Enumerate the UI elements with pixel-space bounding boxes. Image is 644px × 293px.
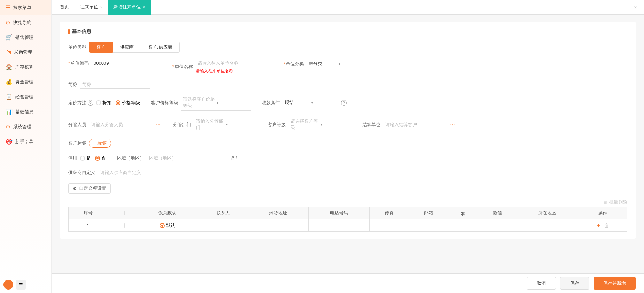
pricing-discount-radio[interactable]: 折扣 bbox=[96, 100, 111, 106]
sidebar-item-label: 资金管理 bbox=[15, 79, 33, 85]
sidebar-item-system[interactable]: ⚙ 系统管理 bbox=[0, 119, 51, 134]
add-tag-button[interactable]: + 标签 bbox=[89, 139, 111, 148]
unit-code-input[interactable] bbox=[92, 59, 161, 67]
sidebar-item-purchase[interactable]: 🛍 采购管理 bbox=[0, 45, 51, 59]
payment-terms-dropdown[interactable]: 现结 ▾ bbox=[283, 98, 338, 107]
unit-category-dropdown[interactable]: 未分类 ▾ bbox=[307, 59, 369, 68]
sidebar-item-label: 基础信息 bbox=[15, 109, 33, 115]
form-content: 基本信息 单位类型 客户 供应商 客户/供应商 *单位编码 bbox=[52, 15, 644, 273]
save-and-new-button[interactable]: 保存并新增 bbox=[594, 277, 636, 290]
sidebar-item-finance[interactable]: 💰 资金管理 bbox=[0, 74, 51, 89]
manager-field: 分管人员 ··· bbox=[68, 121, 162, 129]
region-label: 区域（地区） bbox=[117, 155, 144, 161]
customer-price-level-dropdown[interactable]: 请选择客户价格等级 ▾ bbox=[181, 95, 251, 111]
disabled-region-row: 停用 是 否 区 bbox=[68, 154, 627, 162]
close-new-partner-tab[interactable]: × bbox=[143, 5, 145, 9]
remark-label: 备注 bbox=[231, 155, 240, 161]
payment-terms-label: 收款条件 bbox=[262, 100, 280, 106]
settlement-input[interactable] bbox=[383, 121, 446, 129]
sidebar-item-operation[interactable]: 📋 经营管理 bbox=[0, 89, 51, 104]
add-row-button[interactable]: ＋ bbox=[596, 222, 601, 229]
col-phone: 电话号码 bbox=[309, 207, 370, 219]
row-checkbox[interactable] bbox=[120, 223, 125, 228]
custom-settings-button[interactable]: ⚙ 自定义项设置 bbox=[68, 183, 111, 194]
unit-name-input[interactable] bbox=[196, 59, 272, 67]
col-actions: 操作 bbox=[578, 207, 627, 219]
short-name-input[interactable] bbox=[80, 80, 150, 89]
radio-circle-default bbox=[160, 223, 165, 228]
tab-new-partner[interactable]: 新增往来单位 × bbox=[108, 0, 150, 15]
dept-label: 分管部门 bbox=[173, 122, 191, 128]
row-ops: ＋ 🗑 bbox=[578, 219, 627, 232]
dept-dropdown[interactable]: 请输入分管部门 ▾ bbox=[194, 117, 257, 132]
unit-type-both-btn[interactable]: 客户/供应商 bbox=[141, 42, 180, 53]
contact-table: 序号 设为默认 联系人 到货地址 电话号码 传真 邮箱 qq 微信 所在地区 操… bbox=[68, 207, 627, 232]
customer-price-level-field: 客户价格等级 请选择客户价格等级 ▾ bbox=[151, 95, 251, 111]
tab-bar: 首页 往来单位 × 新增往来单位 × × bbox=[52, 0, 644, 15]
radio-circle-yes bbox=[80, 156, 85, 161]
unit-name-field: *单位名称 请输入往来单位名称 bbox=[172, 59, 272, 74]
region-dots-btn[interactable]: ··· bbox=[212, 155, 220, 161]
tab-home[interactable]: 首页 bbox=[54, 0, 74, 15]
supplier-custom-label: 供应商自定义 bbox=[68, 170, 95, 176]
region-input[interactable] bbox=[147, 154, 210, 162]
close-window-button[interactable]: × bbox=[630, 4, 641, 10]
dept-field: 分管部门 请输入分管部门 ▾ bbox=[173, 117, 257, 132]
col-region: 所在地区 bbox=[517, 207, 578, 219]
remark-input[interactable] bbox=[243, 154, 340, 162]
sidebar-item-label: 快捷导航 bbox=[13, 19, 31, 26]
sidebar-item-sales[interactable]: 🛒 销售管理 bbox=[0, 30, 51, 45]
manager-input[interactable] bbox=[89, 121, 152, 129]
batch-delete-label[interactable]: 批量删除 bbox=[609, 199, 627, 205]
manager-dots-btn[interactable]: ··· bbox=[155, 122, 162, 128]
unit-type-supplier-btn[interactable]: 供应商 bbox=[113, 42, 141, 53]
col-default: 设为默认 bbox=[137, 207, 198, 219]
sidebar-item-search[interactable]: ☰ 搜索菜单 bbox=[0, 0, 51, 15]
user-avatar[interactable] bbox=[3, 280, 13, 290]
sidebar: ☰ 搜索菜单 ⊙ 快捷导航 🛒 销售管理 🛍 采购管理 🏠 库存核算 💰 资金管… bbox=[0, 0, 52, 293]
pricing-method-field: 定价方法 ? 折扣 价格等级 bbox=[68, 100, 140, 106]
unit-code-label: *单位编码 bbox=[68, 60, 89, 66]
sidebar-item-label: 销售管理 bbox=[15, 34, 33, 41]
menu-toggle[interactable]: ☰ bbox=[16, 280, 26, 290]
disabled-yes-radio[interactable]: 是 bbox=[80, 155, 91, 161]
radio-dot-no bbox=[96, 157, 99, 159]
sidebar-item-label: 经营管理 bbox=[15, 94, 33, 100]
region-field: 区域（地区） ··· bbox=[117, 154, 220, 162]
default-radio-item[interactable]: 默认 bbox=[141, 222, 194, 229]
radio-dot-default bbox=[161, 225, 163, 227]
delete-row-button[interactable]: 🗑 bbox=[604, 222, 609, 228]
supplier-custom-field: 供应商自定义 bbox=[68, 169, 189, 177]
select-all-checkbox[interactable] bbox=[120, 211, 125, 215]
radio-dot-level bbox=[117, 102, 119, 104]
pricing-level-radio[interactable]: 价格等级 bbox=[116, 100, 140, 106]
cancel-button[interactable]: 取消 bbox=[527, 277, 556, 290]
sidebar-item-guide[interactable]: 🎯 新手引导 bbox=[0, 134, 51, 149]
pricing-help-icon[interactable]: ? bbox=[88, 100, 93, 106]
batch-delete-area: 🗑 批量删除 bbox=[68, 199, 627, 205]
settlement-dots-btn[interactable]: ··· bbox=[449, 122, 456, 128]
sidebar-item-quicknav[interactable]: ⊙ 快捷导航 bbox=[0, 15, 51, 30]
save-button[interactable]: 保存 bbox=[560, 277, 589, 290]
short-name-field: 简称 bbox=[68, 80, 150, 89]
sidebar-item-inventory[interactable]: 🏠 库存核算 bbox=[0, 59, 51, 74]
supplier-custom-input[interactable] bbox=[98, 169, 189, 177]
chevron-down-icon: ▾ bbox=[321, 123, 349, 127]
sidebar-item-basic[interactable]: 📊 基础信息 bbox=[0, 104, 51, 119]
operation-icon: 📋 bbox=[6, 93, 13, 100]
row-region bbox=[517, 219, 578, 232]
disabled-no-radio[interactable]: 否 bbox=[95, 155, 106, 161]
gear-icon: ⚙ bbox=[73, 186, 77, 191]
radio-circle-no bbox=[95, 156, 100, 161]
close-partners-tab[interactable]: × bbox=[100, 5, 102, 9]
tab-partners[interactable]: 往来单位 × bbox=[74, 0, 108, 15]
unit-type-customer-btn[interactable]: 客户 bbox=[89, 42, 113, 53]
row-qq bbox=[448, 219, 478, 232]
sidebar-item-label: 采购管理 bbox=[14, 49, 32, 55]
short-name-label: 简称 bbox=[68, 81, 77, 88]
unit-type-label: 单位类型 bbox=[68, 44, 86, 50]
customer-level-dropdown[interactable]: 请选择客户等级 ▾ bbox=[289, 117, 351, 132]
row-check bbox=[108, 219, 137, 232]
payment-terms-field: 收款条件 现结 ▾ ? bbox=[262, 98, 347, 107]
payment-terms-help-icon[interactable]: ? bbox=[341, 100, 347, 106]
